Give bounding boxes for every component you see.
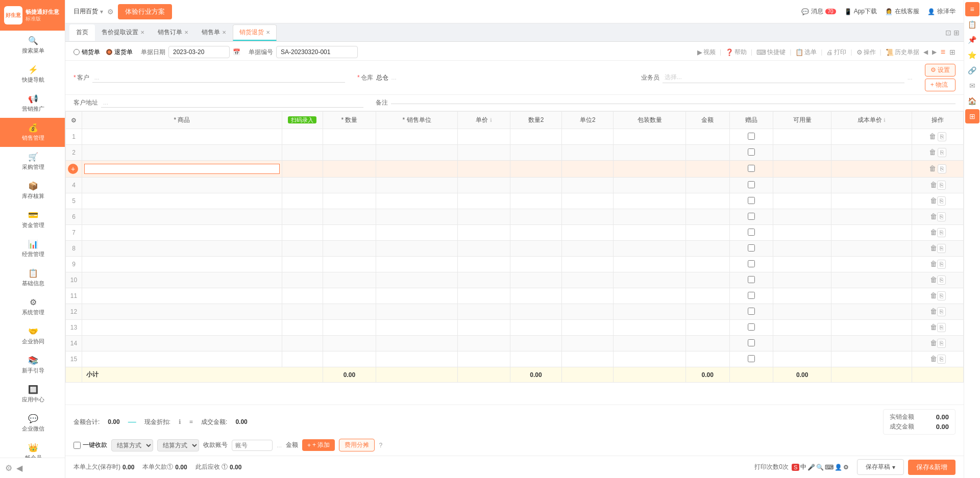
gift-checkbox[interactable]	[748, 133, 755, 140]
account-dots[interactable]: ...	[277, 442, 282, 449]
tab-close-icon[interactable]: ✕	[222, 30, 226, 35]
message-btn[interactable]: 💬 消息 70	[801, 7, 836, 16]
select-btn[interactable]: 📋 选单	[795, 48, 817, 57]
copy-btn[interactable]: ⎘	[937, 307, 946, 316]
prev-icon[interactable]: ◀	[923, 48, 928, 56]
trial-btn[interactable]: 体验行业方案	[118, 4, 172, 19]
sidebar-item-wechat[interactable]: 💬 企业微信	[0, 409, 65, 438]
copy-btn[interactable]: ⎘	[937, 228, 946, 237]
col-gear[interactable]: ⚙	[66, 112, 82, 129]
date-input[interactable]	[168, 46, 230, 58]
address-input[interactable]: ...	[101, 98, 363, 108]
sidebar-item-basic[interactable]: 📋 基础信息	[0, 263, 65, 292]
daily-goods-selector[interactable]: 日用百货 ▾	[74, 7, 103, 16]
qty-cell[interactable]	[323, 145, 376, 161]
sidebar-item-operations[interactable]: 📊 经营管理	[0, 234, 65, 263]
sidebar-item-finance[interactable]: 💳 资金管理	[0, 205, 65, 234]
delete-btn[interactable]: 🗑	[930, 181, 937, 189]
copy-btn[interactable]: ⎘	[938, 164, 946, 173]
sidebar-item-purchase[interactable]: 🛒 采购管理	[0, 147, 65, 176]
sales-unit-cell[interactable]	[376, 129, 458, 145]
fee-split-btn[interactable]: 费用分摊	[339, 439, 375, 451]
sidebar-item-guide[interactable]: 📚 新手引导	[0, 350, 65, 380]
customer-input[interactable]: ...	[92, 73, 345, 83]
sales-unit-cell[interactable]	[376, 145, 458, 161]
copy-btn[interactable]: ⎘	[937, 355, 946, 364]
gift-checkbox[interactable]	[748, 308, 755, 315]
gift-checkbox[interactable]	[748, 229, 755, 236]
tab-sales-delivery[interactable]: 销售单 ✕	[195, 24, 233, 41]
delete-btn[interactable]: 🗑	[930, 323, 937, 331]
unit-price-cell[interactable]	[458, 145, 510, 161]
app-download-btn[interactable]: 📱 App下载	[844, 7, 877, 16]
qty-cell[interactable]	[323, 129, 376, 145]
right-panel-btn-5[interactable]: ✉	[965, 79, 979, 93]
tab-home[interactable]: 首页	[69, 24, 95, 41]
gift-checkbox[interactable]	[748, 148, 755, 156]
save-new-btn[interactable]: 保存&新增	[908, 460, 955, 475]
product-cell-active[interactable]	[82, 161, 282, 178]
settlement-select[interactable]: 结算方式	[111, 439, 153, 451]
copy-btn[interactable]: ⎘	[937, 260, 946, 269]
one-click-pay-input[interactable]	[74, 442, 81, 449]
copy-btn[interactable]: ⎘	[937, 275, 946, 285]
warehouse-dots[interactable]: ...	[391, 74, 397, 81]
gift-cell[interactable]	[729, 129, 773, 145]
pack-qty-cell[interactable]	[614, 161, 685, 178]
sidebar-item-shortcut[interactable]: ⚡ 快捷导航	[0, 60, 65, 89]
copy-btn[interactable]: ⎘	[938, 148, 946, 157]
delete-btn[interactable]: 🗑	[929, 148, 936, 156]
gift-checkbox[interactable]	[748, 292, 755, 299]
gift-checkbox[interactable]	[748, 260, 755, 267]
right-panel-btn-6[interactable]: 🏠	[965, 94, 979, 108]
one-click-pay-checkbox[interactable]: 一键收款	[74, 441, 107, 449]
online-service-btn[interactable]: 👩‍💼 在线客服	[885, 7, 919, 16]
gift-checkbox[interactable]	[748, 213, 755, 220]
delete-btn[interactable]: 🗑	[930, 291, 937, 299]
product-cell[interactable]	[82, 129, 282, 145]
settings-gear-icon[interactable]: ⚙	[5, 463, 12, 473]
add-logistics-btn[interactable]: + 物流	[925, 79, 955, 91]
sales-radio[interactable]: 销货单	[74, 48, 100, 57]
tab-price-setting[interactable]: 售价提取设置 ✕	[95, 24, 151, 41]
sidebar-item-enterprise[interactable]: 🤝 企业协同	[0, 321, 65, 350]
delete-btn[interactable]: 🗑	[930, 244, 937, 252]
gift-checkbox[interactable]	[748, 165, 755, 172]
list-view-icon[interactable]: ≡	[941, 47, 945, 57]
sidebar-item-inventory[interactable]: 📦 库存核算	[0, 176, 65, 205]
delete-btn[interactable]: 🗑	[930, 228, 937, 236]
unit-price-cell[interactable]	[458, 161, 510, 178]
delete-btn[interactable]: 🗑	[930, 275, 937, 284]
sales-rep-input[interactable]: 选择...	[663, 72, 904, 83]
unit2-cell[interactable]	[562, 145, 614, 161]
calendar-icon[interactable]: 📅	[233, 48, 240, 56]
gift-checkbox[interactable]	[748, 244, 755, 251]
unit-price-cell[interactable]	[458, 129, 510, 145]
copy-btn[interactable]: ⎘	[938, 132, 946, 141]
save-draft-btn[interactable]: 保存草稿 ▾	[857, 459, 904, 475]
right-panel-btn-7[interactable]: ⊞	[965, 109, 979, 123]
copy-btn[interactable]: ⎘	[937, 339, 946, 348]
right-panel-btn-2[interactable]: 📌	[965, 33, 979, 47]
unit2-cell[interactable]	[562, 129, 614, 145]
add-row-btn[interactable]: +	[68, 164, 78, 174]
right-panel-btn-4[interactable]: 🔗	[965, 63, 979, 78]
account-input[interactable]	[232, 440, 273, 451]
right-panel-btn-1[interactable]: 📋	[965, 17, 979, 32]
maximize-icon[interactable]: ⊞	[953, 29, 960, 37]
gift-checkbox[interactable]	[748, 197, 755, 204]
delete-btn[interactable]: 🗑	[930, 355, 937, 363]
product-input[interactable]	[84, 164, 280, 174]
gift-checkbox[interactable]	[748, 276, 755, 283]
delete-btn[interactable]: 🗑	[930, 307, 937, 315]
delete-btn[interactable]: 🗑	[930, 260, 937, 268]
sidebar-item-appstore[interactable]: 🔲 应用中心	[0, 380, 65, 409]
minimize-icon[interactable]: ⊡	[945, 29, 951, 37]
right-panel-btn-0[interactable]: ≡	[965, 2, 979, 16]
calc-select[interactable]: 结算方式	[157, 439, 199, 451]
tab-close-icon[interactable]: ✕	[266, 30, 270, 35]
gift-cell[interactable]	[729, 161, 773, 178]
sales-unit-cell[interactable]	[376, 161, 458, 178]
delete-btn[interactable]: 🗑	[929, 164, 936, 172]
gift-cell[interactable]	[729, 145, 773, 161]
